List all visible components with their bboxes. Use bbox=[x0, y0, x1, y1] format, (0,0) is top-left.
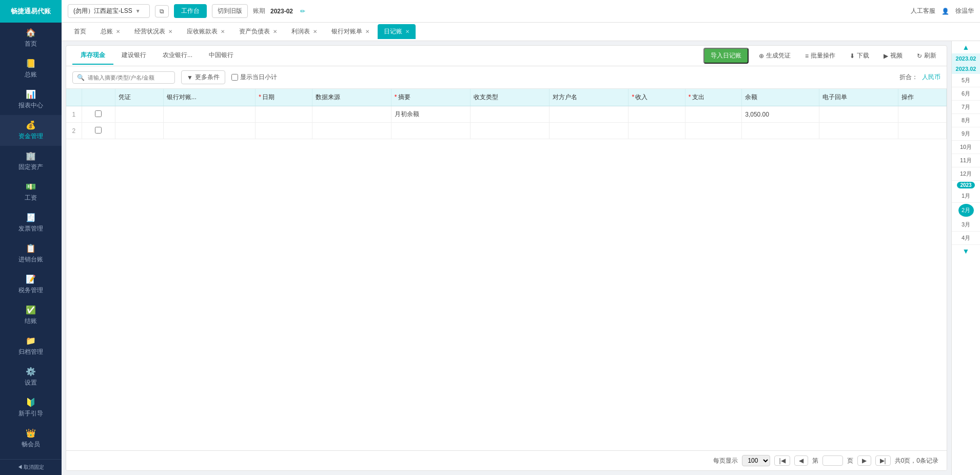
date-month-7月[interactable]: 7月 bbox=[952, 101, 980, 114]
sub-tab-农业银行...[interactable]: 农业银行... bbox=[154, 47, 201, 65]
tab-银行对账单[interactable]: 银行对账单✕ bbox=[325, 24, 376, 39]
date-panel-up[interactable]: ▲ bbox=[952, 41, 980, 53]
date-month-10月[interactable]: 10月 bbox=[952, 141, 980, 154]
date-year-badge[interactable]: 2023 bbox=[952, 181, 980, 189]
sidebar-icon-8: 📝 bbox=[26, 274, 36, 284]
date-month-6月[interactable]: 6月 bbox=[952, 87, 980, 101]
company-selector[interactable]: (勿用）江西超宝-LSS ▼ bbox=[68, 4, 150, 18]
date-month-5月[interactable]: 5月 bbox=[952, 74, 980, 87]
cell-counterparty-1 bbox=[550, 123, 629, 139]
page-input[interactable]: 1 bbox=[822, 455, 843, 466]
date-month-3月[interactable]: 3月 bbox=[952, 218, 980, 232]
show-daily-total-checkbox[interactable]: 显示当日小计 bbox=[231, 73, 277, 82]
date-month-8月[interactable]: 8月 bbox=[952, 114, 980, 127]
sidebar-item-税务管理[interactable]: 📝税务管理 bbox=[0, 269, 62, 300]
sidebar-unpin[interactable]: ◀ 取消固定 bbox=[0, 459, 62, 475]
period-edit-icon[interactable]: ✏ bbox=[300, 8, 305, 15]
period-value: 2023-02 bbox=[270, 8, 293, 15]
sidebar-icon-0: 🏠 bbox=[26, 28, 36, 37]
col-header-date: 日期 bbox=[256, 89, 312, 106]
download-button[interactable]: ⬇ 下载 bbox=[846, 49, 873, 62]
currency-label: 折合： bbox=[899, 73, 918, 82]
sidebar: 畅捷通易代账 🏠首页📒总账📊报表中心💰资金管理🏢固定资产💵工资🧾发票管理📋进销台… bbox=[0, 0, 62, 475]
tab-利润表[interactable]: 利润表✕ bbox=[285, 24, 323, 39]
tab-资产负债表[interactable]: 资产负债表✕ bbox=[233, 24, 283, 39]
copy-button[interactable]: ⧉ bbox=[155, 5, 169, 17]
date-month-12月[interactable]: 12月 bbox=[952, 167, 980, 181]
col-header-voucher: 凭证 bbox=[115, 89, 164, 106]
date-month-9月[interactable]: 9月 bbox=[952, 127, 980, 141]
sidebar-item-总账[interactable]: 📒总账 bbox=[0, 53, 62, 84]
cell-balance-0: 3,050.00 bbox=[742, 106, 819, 123]
company-name: (勿用）江西超宝-LSS bbox=[73, 7, 132, 15]
tab-close-3[interactable]: ✕ bbox=[221, 29, 225, 34]
generate-button[interactable]: ⊕ 生成凭证 bbox=[755, 49, 795, 62]
old-version-button[interactable]: 切到旧版 bbox=[212, 4, 248, 18]
tab-总账[interactable]: 总账✕ bbox=[94, 24, 126, 39]
sidebar-item-结账[interactable]: ✅结账 bbox=[0, 300, 62, 331]
tab-close-2[interactable]: ✕ bbox=[168, 29, 172, 34]
cell-bank_match-1 bbox=[163, 123, 256, 139]
cell-income-0 bbox=[629, 106, 685, 123]
show-daily-checkbox[interactable] bbox=[231, 74, 238, 81]
next-page-button[interactable]: ▶ bbox=[857, 455, 871, 466]
filter-button[interactable]: ▼ 更多条件 bbox=[181, 70, 225, 84]
tab-label-0: 首页 bbox=[74, 27, 86, 36]
row-check-1[interactable] bbox=[82, 123, 115, 139]
tab-close-7[interactable]: ✕ bbox=[405, 29, 409, 34]
tab-应收账款表[interactable]: 应收账款表✕ bbox=[181, 24, 231, 39]
tab-close-5[interactable]: ✕ bbox=[313, 29, 317, 34]
username[interactable]: 徐温华 bbox=[955, 7, 974, 15]
date-month-4月[interactable]: 4月 bbox=[952, 232, 980, 245]
tab-日记账[interactable]: 日记账✕ bbox=[378, 24, 416, 39]
cell-income-1 bbox=[629, 123, 685, 139]
sidebar-label-0: 首页 bbox=[25, 40, 37, 48]
tab-close-1[interactable]: ✕ bbox=[116, 29, 120, 34]
date-month-11月[interactable]: 11月 bbox=[952, 154, 980, 167]
date-panel-year-1[interactable]: 2023.02 bbox=[952, 53, 980, 64]
sidebar-item-资金管理[interactable]: 💰资金管理 bbox=[0, 115, 62, 146]
customer-service[interactable]: 人工客服 bbox=[911, 7, 935, 15]
sidebar-item-设置[interactable]: ⚙️设置 bbox=[0, 362, 62, 392]
sidebar-item-首页[interactable]: 🏠首页 bbox=[0, 23, 62, 53]
last-page-button[interactable]: ▶| bbox=[875, 455, 891, 466]
sidebar-item-进销台账[interactable]: 📋进销台账 bbox=[0, 238, 62, 269]
sidebar-item-报表中心[interactable]: 📊报表中心 bbox=[0, 84, 62, 115]
cell-voucher-1 bbox=[115, 123, 164, 139]
row-check-0[interactable] bbox=[82, 106, 115, 123]
tab-经营状况表[interactable]: 经营状况表✕ bbox=[128, 24, 179, 39]
sidebar-item-归档管理[interactable]: 📁归档管理 bbox=[0, 331, 62, 362]
sidebar-label-2: 报表中心 bbox=[18, 101, 43, 110]
sidebar-item-畅会员[interactable]: 👑畅会员 bbox=[0, 423, 62, 454]
tab-close-6[interactable]: ✕ bbox=[365, 29, 369, 34]
workbench-button[interactable]: 工作台 bbox=[174, 4, 207, 18]
per-page-select[interactable]: 102050100 bbox=[742, 455, 770, 466]
sidebar-label-8: 税务管理 bbox=[18, 286, 43, 295]
date-panel-year-2[interactable]: 2023.02 bbox=[952, 64, 980, 74]
tab-首页[interactable]: 首页 bbox=[68, 24, 92, 39]
import-button[interactable]: 导入日记账 bbox=[703, 48, 749, 64]
search-input[interactable] bbox=[88, 74, 165, 81]
video-button[interactable]: ▶ 视频 bbox=[879, 49, 907, 62]
prev-page-button[interactable]: ◀ bbox=[794, 455, 808, 466]
date-month-1月[interactable]: 1月 bbox=[952, 189, 980, 203]
dropdown-arrow-icon: ▼ bbox=[135, 8, 141, 14]
sub-tab-库存现金[interactable]: 库存现金 bbox=[72, 47, 113, 65]
sidebar-item-工资[interactable]: 💵工资 bbox=[0, 177, 62, 207]
sub-tab-中国银行[interactable]: 中国银行 bbox=[201, 47, 242, 65]
currency-value[interactable]: 人民币 bbox=[922, 73, 940, 82]
sub-tab-建设银行[interactable]: 建设银行 bbox=[113, 47, 154, 65]
main-content: (勿用）江西超宝-LSS ▼ ⧉ 工作台 切到旧版 账期 2023-02 ✏ 人… bbox=[62, 0, 980, 475]
sidebar-item-固定资产[interactable]: 🏢固定资产 bbox=[0, 146, 62, 177]
first-page-button[interactable]: |◀ bbox=[774, 455, 790, 466]
sidebar-item-新手引导[interactable]: 🔰新手引导 bbox=[0, 392, 62, 423]
sidebar-icon-2: 📊 bbox=[26, 89, 36, 99]
date-panel-down[interactable]: ▼ bbox=[952, 245, 980, 257]
refresh-button[interactable]: ↻ 刷新 bbox=[913, 49, 940, 62]
search-box[interactable]: 🔍 bbox=[72, 71, 175, 84]
sidebar-item-发票管理[interactable]: 🧾发票管理 bbox=[0, 207, 62, 238]
date-month-2月[interactable]: 2月 bbox=[958, 204, 974, 217]
toolbar: 🔍 ▼ 更多条件 显示当日小计 折合： 人民币 bbox=[66, 66, 947, 89]
tab-close-4[interactable]: ✕ bbox=[273, 29, 277, 34]
batch-button[interactable]: ≡ 批量操作 bbox=[801, 49, 839, 62]
